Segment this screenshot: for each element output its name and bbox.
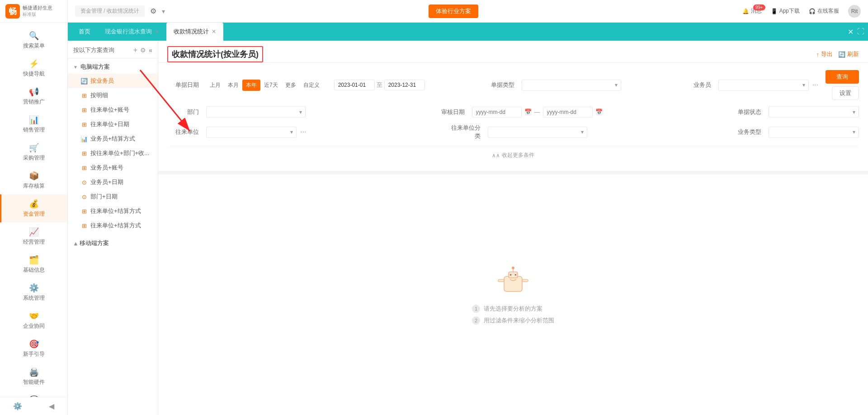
step-num-2: 2 — [472, 316, 480, 325]
scheme-item-label: 业务员+日期 — [90, 178, 123, 186]
sidebar-item-purchase[interactable]: 🛒 采购管理 — [0, 138, 67, 166]
calendar-from-icon[interactable]: 📅 — [524, 108, 532, 115]
tab-home[interactable]: 首页 — [71, 23, 98, 41]
sidebar-item-hardware[interactable]: 🖨️ 智能硬件 — [0, 363, 67, 391]
finance-icon: 💰 — [29, 199, 39, 209]
topbar-dropdown-icon[interactable]: ▾ — [162, 8, 165, 15]
scheme-item-dept-date[interactable]: ⊙ 部门+日期 — [68, 189, 158, 204]
collapse-panel-icon[interactable]: « — [149, 47, 152, 54]
scheme-item-salesman-date[interactable]: ⊙ 业务员+日期 — [68, 175, 158, 189]
scheme-item-by-salesman[interactable]: 🔄 按业务员 — [68, 74, 158, 88]
tab-bank-flow-close[interactable]: ✕ — [155, 28, 159, 35]
scheme-icon-partner-account: ⊞ — [80, 106, 88, 113]
scheme-item-detail[interactable]: ⊞ 按明细 — [68, 88, 158, 103]
dept-select[interactable] — [206, 106, 306, 118]
user-avatar[interactable]: Rit — [848, 5, 861, 18]
salesman-select[interactable] — [718, 80, 809, 91]
sidebar-item-basicinfo[interactable]: 🗂️ 基础信息 — [0, 250, 67, 278]
scheme-item-partner-settlement2[interactable]: ⊞ 往来单位+结算方式 — [68, 218, 158, 233]
salesman-more-icon[interactable]: ··· — [812, 81, 818, 89]
refresh-button[interactable]: 🔄 刷新 — [838, 50, 859, 58]
filter-setting-button[interactable]: 设置 — [832, 86, 859, 100]
scheme-item-partner-date[interactable]: ⊞ 往来单位+日期 — [68, 117, 158, 132]
sidebar-item-collab[interactable]: 🤝 企业协同 — [0, 307, 67, 335]
calendar-to-icon[interactable]: 📅 — [595, 108, 603, 115]
tab-home-label: 首页 — [79, 28, 90, 36]
add-scheme-button[interactable]: + — [133, 46, 137, 54]
online-service-button[interactable]: 🎧 在线客服 — [809, 7, 839, 15]
svg-rect-6 — [498, 279, 504, 282]
doc-status-select[interactable] — [769, 106, 859, 118]
messages-button[interactable]: 🔔 消息 99+ — [742, 7, 762, 15]
collapse-bar[interactable]: ∧∧ 收起更多条件 — [167, 146, 859, 164]
scheme-item-salesman-account[interactable]: ⊞ 业务员+账号 — [68, 160, 158, 175]
basicinfo-icon: 🗂️ — [29, 255, 39, 265]
app-download-button[interactable]: 📱 App下载 — [771, 7, 800, 15]
scheme-setting-icon[interactable]: ⚙ — [140, 47, 146, 54]
scheme-item-partner-dept[interactable]: ⊞ 按往来单位+部门+收... — [68, 146, 158, 160]
sidebar-item-wechat[interactable]: 💬 企业微信 — [0, 391, 67, 397]
topbar-gear-icon[interactable]: ⚙ — [150, 7, 156, 15]
sidebar-item-marketing[interactable]: 📢 营销推广 — [0, 82, 67, 110]
scheme-item-partner-account[interactable]: ⊞ 往来单位+账号 — [68, 103, 158, 117]
sidebar-item-newbie[interactable]: 🎯 新手引导 — [0, 335, 67, 363]
biz-type-select[interactable] — [769, 127, 859, 138]
partner-category-select[interactable] — [488, 127, 587, 138]
sidebar-bottom: ⚙️ ◀ — [0, 397, 67, 415]
tab-bank-flow[interactable]: 现金银行流水查询 ✕ — [98, 23, 166, 41]
scheme-item-partner-settlement1[interactable]: ⊞ 往来单位+结算方式 — [68, 204, 158, 218]
partner-label: 往来单位 — [167, 128, 199, 136]
sidebar-item-search[interactable]: 🔍 搜索菜单 — [0, 26, 67, 54]
partner-more-icon[interactable]: ··· — [300, 128, 306, 136]
pc-scheme-group: ▼ 电脑端方案 🔄 按业务员 ⊞ 按明细 ⊞ 往来单位+账号 — [68, 58, 158, 235]
doc-status-select-wrapper — [769, 106, 859, 118]
sidebar-item-label: 基础信息 — [23, 266, 45, 274]
date-to-input[interactable] — [384, 80, 425, 90]
mobile-scheme-group-title[interactable]: ▶ 移动端方案 — [68, 236, 158, 250]
sidebar-item-label: 系统管理 — [23, 294, 45, 302]
left-panel-actions: + ⚙ « — [133, 46, 152, 54]
sidebar-item-label: 采购管理 — [23, 154, 45, 162]
trial-button[interactable]: 体验行业方案 — [429, 5, 478, 18]
tab-maximize-icon[interactable]: ⛶ — [857, 28, 864, 36]
tab-close-window-icon[interactable]: ✕ — [848, 28, 854, 36]
shortcut-last-month[interactable]: 上月 — [206, 80, 224, 91]
shortcut-this-year[interactable]: 本年 — [242, 80, 260, 91]
scheme-item-label: 按业务员 — [90, 77, 114, 85]
tab-collection[interactable]: 收款情况统计 ✕ — [166, 23, 223, 41]
collapse-icon[interactable]: ◀ — [49, 402, 54, 410]
sidebar-item-operations[interactable]: 📈 经营管理 — [0, 222, 67, 250]
scheme-item-label: 业务员+结算方式 — [90, 135, 135, 143]
review-date-to-input[interactable] — [543, 107, 593, 118]
doc-type-select[interactable] — [522, 80, 621, 91]
bell-icon: 🔔 — [742, 8, 749, 14]
date-filter-label: 单据日期 — [167, 81, 199, 89]
sidebar-item-quicknav[interactable]: ⚡ 快捷导航 — [0, 54, 67, 82]
date-from-input[interactable] — [334, 80, 375, 90]
headset-icon: 🎧 — [809, 8, 816, 14]
sidebar-item-finance[interactable]: 💰 资金管理 — [0, 194, 67, 222]
scheme-item-label: 往来单位+结算方式 — [90, 222, 141, 230]
tab-collection-close[interactable]: ✕ — [212, 28, 216, 35]
scheme-item-label: 按往来单位+部门+收... — [90, 149, 149, 157]
page-header-actions: ↑ 导出 🔄 刷新 — [816, 50, 859, 58]
shortcut-7days[interactable]: 近7天 — [260, 80, 282, 91]
export-button[interactable]: ↑ 导出 — [816, 50, 833, 58]
step-num-1: 1 — [472, 305, 480, 313]
partner-select[interactable] — [206, 127, 297, 138]
shortcut-custom[interactable]: 自定义 — [300, 80, 323, 91]
query-button[interactable]: 查询 — [826, 70, 859, 84]
settings-bottom-icon[interactable]: ⚙️ — [13, 402, 22, 410]
pc-scheme-group-title[interactable]: ▼ 电脑端方案 — [68, 60, 158, 74]
sidebar-item-inventory[interactable]: 📦 库存核算 — [0, 166, 67, 194]
sidebar-item-system[interactable]: ⚙️ 系统管理 — [0, 278, 67, 307]
review-date-from-input[interactable] — [472, 107, 522, 118]
main-content: 收款情况统计(按业务员) ↑ 导出 🔄 刷新 — [158, 41, 868, 415]
filter-area: 单据日期 上月 本月 本年 近7天 更多 自定义 至 — [158, 63, 868, 171]
shortcut-this-month[interactable]: 本月 — [224, 80, 242, 91]
salesman-label: 业务员 — [679, 81, 711, 89]
sidebar-item-sales[interactable]: 📊 销售管理 — [0, 110, 67, 138]
refresh-icon: 🔄 — [838, 51, 845, 58]
shortcut-more[interactable]: 更多 — [282, 80, 300, 91]
scheme-item-salesman-settlement[interactable]: 📊 业务员+结算方式 — [68, 132, 158, 146]
